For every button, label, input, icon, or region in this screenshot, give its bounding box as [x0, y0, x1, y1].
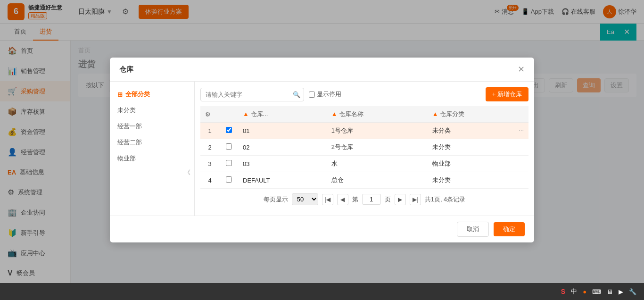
cell-code: 01	[238, 123, 327, 139]
warehouse-table: ⚙ ▲ 仓库... ▲ 仓库名称	[200, 106, 528, 189]
category-property[interactable]: 物业部	[110, 150, 194, 167]
first-page-button[interactable]: |◀	[322, 194, 333, 205]
search-input-wrap: 🔍	[200, 88, 304, 101]
col-header-gear: ⚙	[200, 106, 219, 123]
category-uncategorized[interactable]: 未分类	[110, 102, 194, 118]
cell-category: 未分类···	[428, 123, 528, 139]
tool-icon[interactable]: 🔧	[629, 288, 636, 295]
cell-code: DEFAULT	[238, 172, 327, 189]
keyboard-icon[interactable]: ⌨	[592, 288, 601, 295]
confirm-button[interactable]: 确定	[494, 222, 525, 236]
cell-category: 未分类	[428, 172, 528, 189]
cell-category: 未分类	[428, 139, 528, 156]
cell-num: 2	[200, 139, 219, 156]
cell-name: 水	[327, 156, 428, 172]
status-logo: S	[561, 288, 565, 295]
sort-icon-name: ▲	[331, 110, 338, 117]
cell-name: 2号仓库	[327, 139, 428, 156]
grid-icon: ⊞	[117, 91, 123, 98]
cell-check[interactable]	[219, 123, 238, 139]
cell-num: 1	[200, 123, 219, 139]
right-panel: 🔍 显示停用 + 新增仓库 ⚙	[195, 82, 534, 216]
modal-footer: 取消 确定	[110, 216, 534, 242]
sort-icon-code: ▲	[243, 110, 249, 117]
category-panel: ⊞ 全部分类 未分类 经营一部 经营二部 物业部 《	[110, 82, 195, 216]
cell-code: 03	[238, 156, 327, 172]
col-header-code[interactable]: ▲ 仓库...	[238, 106, 327, 123]
cell-num: 3	[200, 156, 219, 172]
row-actions-icon[interactable]: ···	[519, 126, 524, 133]
modal-close-button[interactable]: ✕	[518, 64, 525, 75]
modal-overlay: 仓库 ✕ ⊞ 全部分类 未分类 经营一部 经营二部	[0, 0, 644, 300]
statusbar: S 中 ● ⌨ 🖥 ▶ 🔧	[0, 283, 644, 300]
last-page-button[interactable]: ▶|	[410, 194, 421, 205]
table-row[interactable]: 3 03 水 物业部	[200, 156, 528, 172]
table-wrap: ⚙ ▲ 仓库... ▲ 仓库名称	[200, 106, 528, 189]
category-ops2[interactable]: 经营二部	[110, 134, 194, 150]
table-row[interactable]: 4 DEFAULT 总仓 未分类	[200, 172, 528, 189]
cell-check[interactable]	[219, 172, 238, 189]
status-text-cn: 中	[571, 287, 577, 296]
modal-body: ⊞ 全部分类 未分类 经营一部 经营二部 物业部 《	[110, 82, 534, 216]
show-disabled-label[interactable]: 显示停用	[309, 90, 341, 99]
cell-category: 物业部	[428, 156, 528, 172]
status-dot: ●	[583, 288, 586, 295]
add-warehouse-button[interactable]: + 新增仓库	[486, 87, 528, 101]
warehouse-modal: 仓库 ✕ ⊞ 全部分类 未分类 经营一部 经营二部	[110, 58, 534, 242]
col-header-check	[219, 106, 238, 123]
cancel-button[interactable]: 取消	[457, 222, 489, 237]
modal-title: 仓库	[119, 65, 133, 74]
table-row[interactable]: 2 02 2号仓库 未分类	[200, 139, 528, 156]
modal-header: 仓库 ✕	[110, 58, 534, 82]
show-disabled-checkbox[interactable]	[309, 92, 315, 98]
search-input[interactable]	[200, 88, 304, 101]
chevron-left-icon: 《	[184, 168, 190, 177]
cell-num: 4	[200, 172, 219, 189]
cell-check[interactable]	[219, 139, 238, 156]
collapse-panel-button[interactable]: 《	[110, 167, 194, 179]
search-bar: 🔍 显示停用 + 新增仓库	[200, 87, 528, 101]
next-page-button[interactable]: ▶	[395, 194, 406, 205]
cell-name: 1号仓库	[327, 123, 428, 139]
col-header-name[interactable]: ▲ 仓库名称	[327, 106, 428, 123]
cell-code: 02	[238, 139, 327, 156]
col-header-category[interactable]: ▲ 仓库分类	[428, 106, 528, 123]
search-icon[interactable]: 🔍	[293, 91, 300, 98]
category-ops1[interactable]: 经营一部	[110, 118, 194, 134]
play-icon[interactable]: ▶	[619, 288, 623, 295]
page-number-input[interactable]	[362, 194, 381, 205]
table-row[interactable]: 1 01 1号仓库 未分类···	[200, 123, 528, 139]
category-all[interactable]: ⊞ 全部分类	[110, 86, 194, 102]
prev-page-button[interactable]: ◀	[337, 194, 348, 205]
page-size-select[interactable]: 50 100	[292, 193, 318, 205]
monitor-icon[interactable]: 🖥	[607, 288, 613, 295]
pagination-bar: 每页显示 50 100 |◀ ◀ 第 页 ▶ ▶| 共1页, 4条记录	[200, 189, 528, 210]
cell-check[interactable]	[219, 156, 238, 172]
cell-name: 总仓	[327, 172, 428, 189]
sort-icon-category: ▲	[432, 110, 438, 117]
